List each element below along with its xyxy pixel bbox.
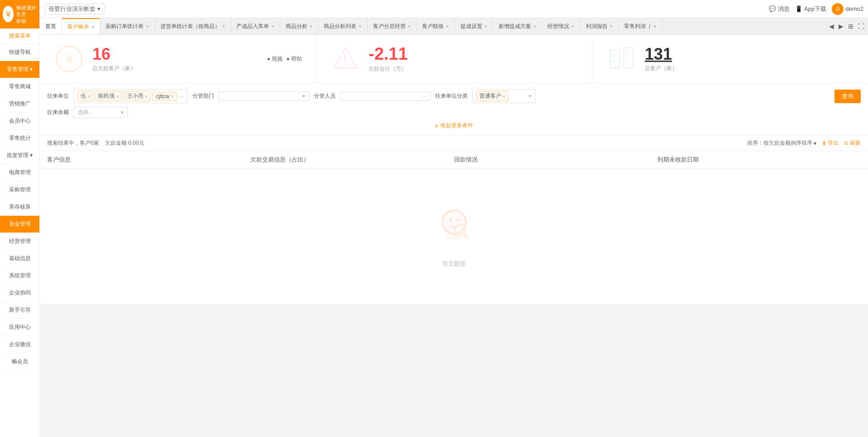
filter-row-1: 往来单位 伍 × 陈民强 × 王小亮 × cjttcw	[47, 89, 861, 103]
tab-customer-contact[interactable]: 客户联络 ×	[417, 18, 455, 34]
sidebar-item-marketing[interactable]: 营销推广	[0, 95, 39, 113]
app-download-btn[interactable]: 📱 App下载	[795, 5, 826, 13]
tab-close-remind-settings[interactable]: ×	[484, 24, 487, 29]
export-icon: ⬆	[822, 140, 826, 147]
tab-close-product-inbound[interactable]: ×	[271, 24, 274, 29]
unit-class-chevron-icon: ▾	[529, 93, 532, 99]
account-selector[interactable]: 母婴行业演示帐套 ▾	[44, 4, 105, 14]
stat-total-debt-amount: -2.11 欠款合计（万）	[316, 35, 592, 83]
col-repayment: 回款情况	[454, 156, 657, 164]
tab-scroll-right[interactable]: ▶	[837, 22, 845, 31]
tab-remind-settings[interactable]: 提成设置 ×	[455, 18, 493, 34]
stat-total-customers: 131 总客户（家）	[592, 35, 868, 83]
empty-text: 暂无数据	[442, 260, 466, 268]
refresh-btn[interactable]: ↻ 刷新	[844, 139, 861, 147]
sidebar-item-quick-nav[interactable]: 快捷导航	[0, 44, 39, 61]
stat-label-total-customers: 总客户（家）	[645, 65, 677, 72]
tab-close-customer-cost[interactable]: ×	[91, 24, 94, 29]
tab-new-achieve-plan[interactable]: 新增提成方案 ×	[493, 18, 542, 34]
tab-close-purchase-goods[interactable]: ×	[222, 24, 225, 29]
tab-expand[interactable]: ⊞	[846, 22, 855, 31]
tab-home[interactable]: 首页	[40, 18, 62, 34]
unit-filter-input[interactable]: 伍 × 陈民强 × 王小亮 × cjttcw × ···	[73, 89, 188, 103]
tab-customer-tier[interactable]: 客户分层经营 ×	[368, 18, 417, 34]
unit-tag-wu: 伍 ×	[77, 91, 93, 101]
svg-point-13	[456, 218, 459, 221]
sidebar-item-app-center[interactable]: 应用中心	[0, 319, 39, 336]
sidebar-item-chang-member[interactable]: 畅会员	[0, 353, 39, 370]
main-area: 母婴行业演示帐套 ▾ 💬 消息 📱 App下载 D demo2 首页 客户账本 …	[40, 0, 868, 437]
unit-tag-close-wang[interactable]: ×	[145, 94, 148, 99]
sidebar-item-capital[interactable]: 资金管理	[0, 216, 39, 233]
sidebar-item-retail-stats[interactable]: 零售统计	[0, 130, 39, 147]
balance-chevron-icon: ▾	[121, 109, 124, 115]
sidebar-item-new-guide[interactable]: 新手引导	[0, 302, 39, 319]
tab-purchase-order-stats[interactable]: 采购订单统计表 ×	[100, 18, 154, 34]
svg-rect-7	[613, 54, 615, 57]
tab-close-goods-analysis[interactable]: ×	[310, 24, 312, 29]
sidebar-item-basic-info[interactable]: 基础信息	[0, 250, 39, 267]
person-filter-input[interactable]: ···	[340, 92, 431, 101]
table-header: 客户信息 欠款交易信息（占比） 回款情况 到期未收款日期	[40, 151, 868, 169]
tab-close-new-achieve-plan[interactable]: ×	[533, 24, 536, 29]
unit-tag-close-chen[interactable]: ×	[116, 94, 119, 99]
refresh-icon: ↻	[844, 140, 849, 147]
sidebar-item-retail-mgmt[interactable]: 零售管理 ▾	[0, 61, 39, 78]
sidebar-item-corp-collab[interactable]: 企业协同	[0, 285, 39, 302]
user-avatar-btn[interactable]: D demo2	[832, 3, 863, 15]
svg-point-4	[345, 63, 346, 65]
tab-goods-analysis[interactable]: 商品分析 ×	[280, 18, 318, 34]
person-more-icon: ···	[422, 94, 426, 99]
tab-product-inbound[interactable]: 产成品入库单 ×	[231, 18, 280, 34]
tab-close-customer-tier[interactable]: ×	[408, 24, 411, 29]
help-link[interactable]: ● 帮助	[286, 55, 302, 63]
tab-close-retail-profit[interactable]: ×	[653, 24, 656, 29]
sidebar-item-retail-mall[interactable]: 零售商城	[0, 78, 39, 95]
export-btn[interactable]: ⬆ 导出	[822, 139, 839, 147]
search-menu[interactable]: 搜索菜单	[0, 28, 39, 44]
message-btn[interactable]: 💬 消息	[769, 5, 790, 13]
tabbar: 首页 客户账本 × 采购订单统计表 × 进货单统计表（按商品） × 产成品入库单…	[40, 18, 868, 35]
sidebar-item-wholesale-mgmt[interactable]: 批发管理 ▾	[0, 147, 39, 164]
tab-close-customer-contact[interactable]: ×	[446, 24, 449, 29]
tab-ops-situation[interactable]: 经营情况 ×	[542, 18, 580, 34]
unit-class-tag-normal: 普通客户 ×	[476, 91, 508, 101]
logo-icon: ¥	[3, 6, 14, 22]
logo-text: 畅捷通好生意 标版	[16, 5, 37, 24]
sidebar-item-ops-mgmt[interactable]: 经营管理	[0, 233, 39, 250]
balance-filter[interactable]: 选择... ▾	[73, 107, 128, 118]
video-link[interactable]: ● 视频	[267, 55, 283, 63]
tab-purchase-goods-stats[interactable]: 进货单统计表（按商品） ×	[155, 18, 231, 34]
sort-btn[interactable]: 排序：按欠款金额倒序排序 ▾	[747, 139, 816, 147]
unit-more-btn[interactable]: ···	[179, 93, 184, 100]
sidebar-item-member-center[interactable]: 会员中心	[0, 113, 39, 130]
unit-class-filter[interactable]: 普通客户 × ▾	[472, 89, 536, 103]
empty-icon	[434, 205, 475, 254]
unit-class-tag-close[interactable]: ×	[503, 94, 505, 99]
sidebar-item-inventory[interactable]: 库存核算	[0, 199, 39, 216]
tab-retail-profit[interactable]: 零售利润（ ×	[619, 18, 662, 34]
tab-close-ops-situation[interactable]: ×	[571, 24, 574, 29]
tab-close-goods-analysis-list[interactable]: ×	[359, 24, 361, 29]
page-content: ¥ 16 总欠款客户（家） ● 视频 ● 帮助 -2.11 欠款合计（万	[40, 35, 868, 437]
tab-fullscreen[interactable]: ⛶	[856, 22, 866, 31]
tab-profit-report[interactable]: 利润报告 ×	[580, 18, 619, 34]
topbar: 母婴行业演示帐套 ▾ 💬 消息 📱 App下载 D demo2	[40, 0, 868, 18]
sidebar-item-purchase-mgmt[interactable]: 采购管理	[0, 181, 39, 199]
unit-tag-close-wu[interactable]: ×	[87, 94, 90, 99]
tab-close-purchase-order[interactable]: ×	[146, 24, 149, 29]
dept-filter-input[interactable]: ▾	[219, 91, 309, 101]
sidebar-item-enterprise-wx[interactable]: 企业微信	[0, 336, 39, 353]
tab-close-profit-report[interactable]: ×	[610, 24, 613, 29]
sidebar-item-sys-mgmt[interactable]: 系统管理	[0, 267, 39, 285]
query-button[interactable]: 查询	[834, 90, 861, 103]
sidebar-item-ecommerce[interactable]: 电商管理	[0, 164, 39, 181]
tab-scroll-left[interactable]: ◀	[827, 22, 836, 31]
tab-goods-analysis-list[interactable]: 商品分析列表 ×	[318, 18, 367, 34]
svg-point-12	[449, 218, 452, 221]
unit-tag-close-cjttcw[interactable]: ×	[171, 94, 173, 99]
stat-label-debt-customers: 总欠款客户（家）	[92, 65, 136, 72]
collapse-btn[interactable]: ∧ 收起更多条件	[435, 122, 473, 129]
chevron-down-icon: ▾	[97, 5, 101, 12]
tab-customer-cost[interactable]: 客户账本 ×	[62, 18, 100, 34]
